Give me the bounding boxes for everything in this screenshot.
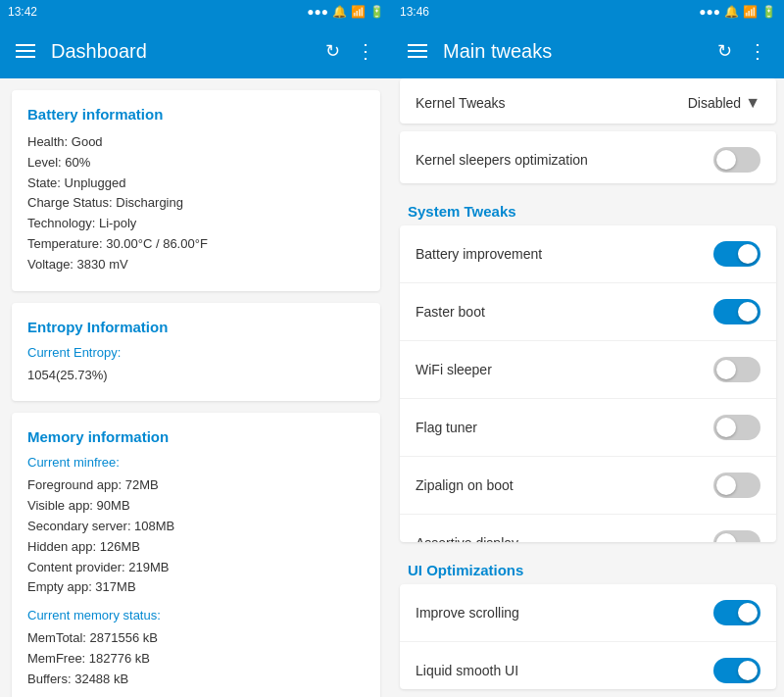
liquid-smooth-track [713, 658, 760, 683]
kernel-sleepers-label: Kernel sleepers optimization [416, 152, 588, 168]
assertive-display-label: Assertive display [416, 535, 518, 542]
right-app-bar: Main tweaks ↻ ⋮ [392, 24, 784, 78]
liquid-smooth-label: Liquid smooth UI [416, 663, 518, 678]
battery-improvement-label: Battery improvement [416, 246, 542, 262]
minfree-subtitle: Current minfree: [27, 455, 365, 470]
wifi-sleeper-toggle[interactable] [713, 357, 760, 382]
battery-improvement-toggle[interactable] [713, 241, 760, 267]
refresh-icon[interactable]: ↻ [325, 40, 340, 62]
entropy-subtitle: Current Entropy: [27, 345, 365, 360]
main-tweaks-panel: Kernel Tweaks Disabled ▼ Kernel sleepers… [392, 78, 784, 697]
wifi-sleeper-thumb [716, 360, 736, 379]
kernel-sleepers-card: Kernel sleepers optimization [400, 131, 776, 183]
faster-boot-track [713, 299, 760, 324]
liquid-smooth-thumb [738, 661, 758, 680]
battery-info: Health: Good Level: 60% State: Unplugged… [27, 132, 365, 275]
battery-card-title: Battery information [27, 106, 365, 123]
right-more-icon[interactable]: ⋮ [748, 39, 768, 63]
improve-scrolling-label: Improve scrolling [416, 605, 519, 621]
kernel-tweaks-value: Disabled [688, 95, 741, 111]
kernel-tweaks-card: Kernel Tweaks Disabled ▼ [400, 78, 776, 124]
flag-tuner-label: Flag tuner [416, 420, 477, 435]
chevron-down-icon: ▼ [745, 94, 760, 112]
entropy-card: Entropy Information Current Entropy: 105… [12, 303, 380, 402]
zipalign-toggle[interactable] [713, 473, 760, 498]
faster-boot-thumb [738, 302, 758, 322]
liquid-smooth-toggle[interactable] [713, 658, 760, 683]
memory-card: Memory information Current minfree: Fore… [12, 413, 380, 697]
kernel-sleepers-item: Kernel sleepers optimization [400, 131, 776, 183]
system-tweaks-header: System Tweaks [392, 191, 784, 225]
system-tweaks-card: Battery improvement Faster boot WiFi [400, 225, 776, 542]
improve-scrolling-item: Improve scrolling [400, 584, 776, 642]
hamburger-icon[interactable] [16, 44, 35, 58]
right-hamburger-icon[interactable] [408, 44, 427, 58]
dashboard-panel: Battery information Health: Good Level: … [0, 78, 392, 697]
memory-status-info: MemTotal: 2871556 kB MemFree: 182776 kB … [27, 628, 365, 689]
battery-improvement-item: Battery improvement [400, 225, 776, 283]
battery-improvement-track [713, 241, 760, 267]
faster-boot-toggle[interactable] [713, 299, 760, 324]
left-app-bar: Dashboard ↻ ⋮ [0, 24, 392, 78]
zipalign-label: Zipalign on boot [416, 477, 514, 493]
left-status-icons: ●●● 🔔 📶 🔋 [307, 5, 384, 19]
left-status-bar: 13:42 ●●● 🔔 📶 🔋 [0, 0, 392, 24]
ui-optimizations-card: Improve scrolling Liquid smooth UI [400, 584, 776, 689]
assertive-display-thumb [716, 533, 736, 542]
flag-tuner-track [713, 415, 760, 440]
wifi-sleeper-label: WiFi sleeper [416, 362, 492, 377]
memory-card-title: Memory information [27, 428, 365, 445]
more-icon[interactable]: ⋮ [356, 39, 376, 63]
right-status-icons: ●●● 🔔 📶 🔋 [699, 5, 776, 19]
wifi-sleeper-track [713, 357, 760, 382]
assertive-display-item: Assertive display [400, 515, 776, 542]
entropy-value: 1054(25.73%) [27, 366, 365, 386]
battery-improvement-thumb [738, 244, 758, 264]
right-time: 13:46 [400, 5, 429, 19]
ui-optimizations-header: UI Optimizations [392, 550, 784, 584]
zipalign-thumb [716, 475, 736, 495]
flag-tuner-item: Flag tuner [400, 399, 776, 457]
faster-boot-item: Faster boot [400, 283, 776, 341]
left-time: 13:42 [8, 5, 37, 19]
assertive-display-toggle[interactable] [713, 530, 760, 542]
improve-scrolling-thumb [738, 603, 758, 622]
wifi-sleeper-item: WiFi sleeper [400, 341, 776, 399]
right-status-bar: 13:46 ●●● 🔔 📶 🔋 [392, 0, 784, 24]
minfree-info: Foreground app: 72MB Visible app: 90MB S… [27, 475, 365, 598]
kernel-sleepers-toggle[interactable] [713, 147, 760, 173]
kernel-sleepers-track [713, 147, 760, 173]
kernel-tweaks-item: Kernel Tweaks Disabled ▼ [400, 78, 776, 124]
dashboard-title: Dashboard [51, 40, 310, 63]
kernel-tweaks-label: Kernel Tweaks [416, 95, 506, 111]
entropy-card-title: Entropy Information [27, 319, 365, 335]
main-tweaks-title: Main tweaks [443, 40, 702, 63]
flag-tuner-toggle[interactable] [713, 415, 760, 440]
battery-card: Battery information Health: Good Level: … [12, 90, 380, 291]
assertive-display-track [713, 530, 760, 542]
kernel-tweaks-dropdown[interactable]: Disabled ▼ [688, 94, 760, 112]
zipalign-item: Zipalign on boot [400, 457, 776, 515]
right-refresh-icon[interactable]: ↻ [717, 40, 732, 62]
memory-status-subtitle: Current memory status: [27, 608, 365, 622]
improve-scrolling-toggle[interactable] [713, 600, 760, 625]
faster-boot-label: Faster boot [416, 304, 485, 320]
flag-tuner-thumb [716, 418, 736, 437]
improve-scrolling-track [713, 600, 760, 625]
zipalign-track [713, 473, 760, 498]
liquid-smooth-item: Liquid smooth UI [400, 642, 776, 689]
kernel-sleepers-thumb [716, 150, 736, 170]
